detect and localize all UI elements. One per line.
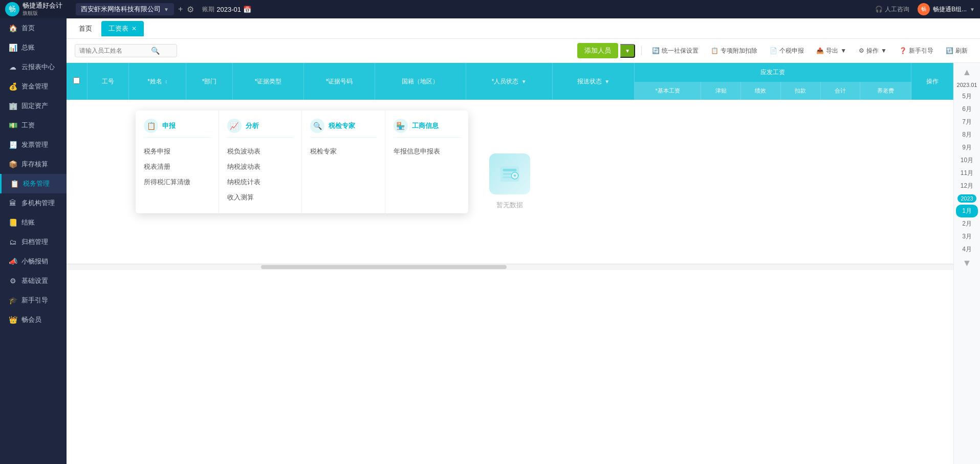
user-name: 畅捷通B组... (933, 5, 967, 14)
user-chevron-icon: ▼ (970, 7, 975, 12)
period-label: 账期 (202, 5, 214, 14)
calendar-icon[interactable]: 📅 (243, 6, 251, 13)
headset-icon: 🎧 (875, 6, 883, 13)
top-bar: 畅 畅捷通好会计 旗舰版 西安虾米网络科技有限公司 ▼ + ⚙ 账期 2023-… (0, 0, 980, 18)
layout: 🏠 首页 📊 总账 ☁ 云报表中心 💰 资金管理 🏢 固定资产 💵 工资 🧾 发… (0, 18, 980, 464)
dropdown-header-expert: 🔍 税检专家 (310, 119, 377, 138)
add-company-button[interactable]: + (178, 5, 183, 14)
logo-text-area: 畅捷通好会计 旗舰版 (23, 2, 62, 17)
dropdown-item-tax-stats[interactable]: 纳税统计表 (227, 174, 294, 190)
dropdown-overlay[interactable] (67, 18, 980, 464)
business-header-text: 工商信息 (412, 121, 439, 130)
dropdown-item-annual-report[interactable]: 年报信息申报表 (394, 144, 461, 159)
declaration-header-text: 申报 (162, 121, 176, 130)
dropdown-header-business: 🏪 工商信息 (394, 119, 461, 138)
expert-header-text: 税检专家 (329, 121, 355, 130)
logo-title: 畅捷通好会计 (23, 2, 62, 10)
dropdown-item-expert[interactable]: 税检专家 (310, 144, 377, 159)
dropdown-col-business: 🏪 工商信息 年报信息申报表 (385, 111, 469, 213)
top-right: 🎧 人工咨询 畅 畅捷通B组... ▼ (875, 3, 975, 15)
expert-header-icon: 🔍 (310, 119, 324, 133)
service-label: 人工咨询 (885, 5, 909, 14)
dropdown-header-declaration: 📋 申报 (144, 119, 210, 138)
dropdown-header-analysis: 📈 分析 (227, 119, 294, 138)
main-content: 首页 工资表 ✕ 🔍 添加人员 ▼ 🔄 统一社保设置 (67, 18, 980, 464)
company-chevron-icon: ▼ (164, 7, 169, 12)
business-header-icon: 🏪 (394, 119, 408, 133)
declaration-header-icon: 📋 (144, 119, 158, 133)
dropdown-item-tax-declaration[interactable]: 税务申报 (144, 144, 210, 159)
dropdown-col-expert: 🔍 税检专家 税检专家 (302, 111, 385, 213)
analysis-header-icon: 📈 (227, 119, 242, 133)
avatar: 畅 (918, 3, 930, 15)
settings-button[interactable]: ⚙ (187, 5, 194, 14)
dropdown-col-declaration: 📋 申报 税务申报 税表清册 所得税汇算清缴 (136, 111, 219, 213)
dropdown-menu: 📋 申报 税务申报 税表清册 所得税汇算清缴 📈 分析 税负波动表 纳税波动表 … (136, 111, 468, 213)
dropdown-item-tax-form[interactable]: 税表清册 (144, 159, 210, 174)
dropdown-item-tax-burden[interactable]: 税负波动表 (227, 144, 294, 159)
logo-subtitle: 旗舰版 (23, 10, 62, 17)
company-name: 西安虾米网络科技有限公司 (81, 5, 161, 14)
period-value: 2023-01 (216, 6, 241, 13)
user-area[interactable]: 畅 畅捷通B组... ▼ (918, 3, 975, 15)
company-selector[interactable]: 西安虾米网络科技有限公司 ▼ (76, 3, 174, 15)
dropdown-item-tax-fluctuation[interactable]: 纳税波动表 (227, 159, 294, 174)
dropdown-item-income-tax[interactable]: 所得税汇算清缴 (144, 174, 210, 190)
dropdown-col-analysis: 📈 分析 税负波动表 纳税波动表 纳税统计表 收入测算 (219, 111, 302, 213)
top-actions: + ⚙ (178, 5, 194, 14)
logo-icon: 畅 (5, 2, 19, 16)
analysis-header-text: 分析 (246, 121, 259, 130)
dropdown-grid: 📋 申报 税务申报 税表清册 所得税汇算清缴 📈 分析 税负波动表 纳税波动表 … (136, 111, 468, 213)
logo-area: 畅 畅捷通好会计 旗舰版 (5, 2, 72, 17)
dropdown-item-income-forecast[interactable]: 收入测算 (227, 190, 294, 205)
service-button[interactable]: 🎧 人工咨询 (875, 5, 909, 14)
